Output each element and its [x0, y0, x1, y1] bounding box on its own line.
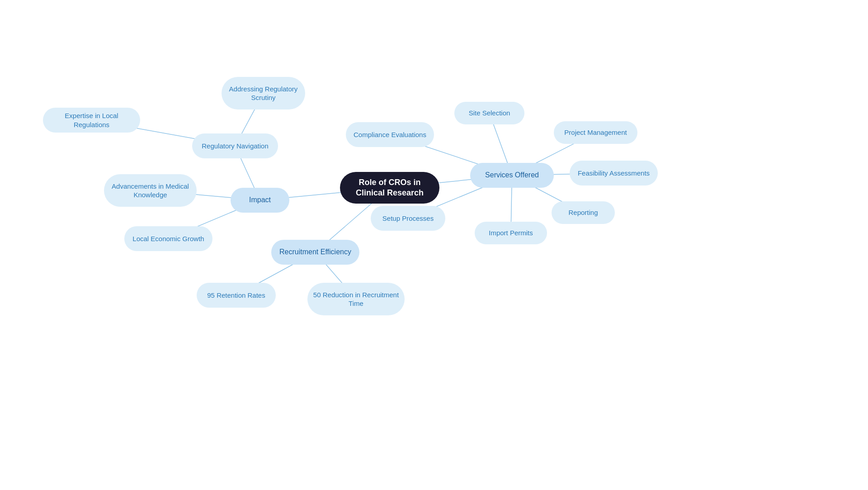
- node-addressing-reg: Addressing Regulatory Scrutiny: [222, 77, 305, 109]
- node-import-permits: Import Permits: [475, 222, 547, 244]
- node-reduction: 50 Reduction in Recruitment Time: [307, 283, 405, 315]
- node-label-import-permits: Import Permits: [483, 226, 538, 240]
- node-label-site-selection: Site Selection: [463, 106, 516, 120]
- node-project-mgmt: Project Management: [554, 121, 637, 144]
- node-label-recruitment-eff: Recruitment Efficiency: [274, 245, 357, 260]
- node-setup: Setup Processes: [371, 206, 445, 231]
- node-label-project-mgmt: Project Management: [559, 125, 632, 140]
- node-center: Role of CROs in Clinical Research: [340, 172, 439, 204]
- node-label-reporting: Reporting: [563, 205, 603, 220]
- node-label-center: Role of CROs in Clinical Research: [340, 175, 439, 201]
- node-impact: Impact: [231, 188, 289, 213]
- node-label-impact: Impact: [244, 193, 276, 208]
- node-expertise: Expertise in Local Regulations: [43, 108, 140, 133]
- node-label-advancements: Advancements in Medical Knowledge: [104, 179, 197, 202]
- node-label-addressing-reg: Addressing Regulatory Scrutiny: [222, 82, 305, 105]
- node-regulatory-nav: Regulatory Navigation: [192, 133, 278, 158]
- node-label-regulatory-nav: Regulatory Navigation: [196, 139, 274, 153]
- node-label-reduction: 50 Reduction in Recruitment Time: [307, 288, 405, 311]
- node-local-econ: Local Economic Growth: [124, 226, 212, 251]
- node-retention: 95 Retention Rates: [197, 283, 276, 308]
- node-label-compliance: Compliance Evaluations: [348, 128, 432, 142]
- node-feasibility: Feasibility Assessments: [570, 161, 658, 186]
- node-services: Services Offered: [470, 163, 554, 188]
- node-label-services: Services Offered: [480, 168, 544, 183]
- node-label-retention: 95 Retention Rates: [202, 288, 270, 303]
- node-advancements: Advancements in Medical Knowledge: [104, 174, 197, 207]
- node-compliance: Compliance Evaluations: [346, 122, 434, 147]
- node-reporting: Reporting: [552, 201, 615, 224]
- node-label-expertise: Expertise in Local Regulations: [43, 109, 140, 132]
- node-label-feasibility: Feasibility Assessments: [572, 166, 655, 181]
- node-recruitment-eff: Recruitment Efficiency: [271, 240, 359, 265]
- node-label-local-econ: Local Economic Growth: [127, 232, 209, 246]
- node-site-selection: Site Selection: [454, 102, 524, 124]
- node-label-setup: Setup Processes: [377, 211, 439, 226]
